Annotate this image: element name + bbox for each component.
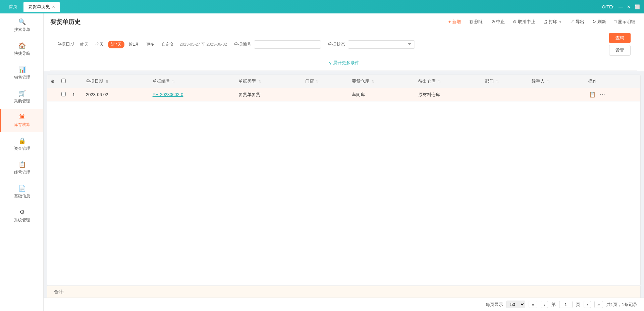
col-reqwarehouse-sort-icon: ⇅ <box>371 80 374 83</box>
setting-button[interactable]: 设置 <box>609 45 631 56</box>
col-docno[interactable]: 单据编号 ⇅ <box>149 75 235 88</box>
row-num-cell: 1 <box>69 88 83 101</box>
new-button[interactable]: + 新增 <box>446 17 463 26</box>
sidebar-item-quick-nav[interactable]: 🏠 快捷导航 <box>0 37 43 61</box>
col-doctype[interactable]: 单据类型 ⇅ <box>235 75 302 88</box>
row-more-icon[interactable]: ⋯ <box>599 91 606 98</box>
row-edit-icon[interactable]: 📋 <box>588 91 596 98</box>
date-filter-label: 单据日期 <box>57 41 74 47</box>
date-btn-7days[interactable]: 近7天 <box>108 41 124 48</box>
date-btn-1month[interactable]: 近1月 <box>126 41 142 48</box>
row-doctype: 要货单要货 <box>238 92 260 97</box>
col-handler[interactable]: 经手人 ⇅ <box>528 75 585 88</box>
date-range-text: 2023-05-27 至 2023-06-02 <box>179 42 227 47</box>
basic-info-icon: 📄 <box>18 185 26 192</box>
row-checkbox[interactable] <box>61 92 66 96</box>
per-page-select[interactable]: 50 10 20 100 <box>506 301 525 308</box>
last-page-button[interactable]: » <box>594 301 603 308</box>
funds-mgmt-icon: 🔒 <box>18 137 26 144</box>
col-date-sort-icon: ⇅ <box>106 80 108 83</box>
sidebar-item-search-menu[interactable]: 🔍 搜索菜单 <box>0 13 43 37</box>
sidebar-item-funds-mgmt[interactable]: 🔒 资金管理 <box>0 132 43 156</box>
print-button-label: 🖨 打印 <box>543 19 558 25</box>
col-checkbox <box>58 75 69 88</box>
cancel-stop-button[interactable]: ⊘ 取消中止 <box>511 17 537 26</box>
row-reqwarehouse-cell: 车间库 <box>348 88 415 101</box>
col-pendingwarehouse[interactable]: 待出仓库 ⇅ <box>415 75 482 88</box>
row-handler-cell <box>528 88 585 101</box>
row-store-cell <box>302 88 348 101</box>
row-docno-cell: YH-20230602-0 <box>149 88 235 101</box>
sidebar-item-basic-info-label: 基础信息 <box>14 193 30 199</box>
tab-requisition-history[interactable]: 要货单历史 ✕ <box>23 2 60 12</box>
toolbar: + 新增 🗑 删除 ⊘ 中止 ⊘ 取消中止 🖨 打印 ▼ <box>446 17 637 26</box>
docno-filter-label: 单据编号 <box>234 41 251 47</box>
sidebar: 🔍 搜索菜单 🏠 快捷导航 📊 销售管理 🛒 采购管理 🏛 库存核算 🔒 资金管… <box>0 13 44 311</box>
date-btn-today[interactable]: 今天 <box>93 41 107 48</box>
sidebar-item-search-menu-label: 搜索菜单 <box>14 27 30 33</box>
refresh-button[interactable]: ↻ 刷新 <box>590 17 608 26</box>
col-reqwarehouse[interactable]: 要货仓库 ⇅ <box>348 75 415 88</box>
sidebar-item-basic-info[interactable]: 📄 基础信息 <box>0 180 43 204</box>
status-select[interactable] <box>348 40 415 49</box>
sidebar-item-inventory-calc-label: 库存核算 <box>14 122 30 128</box>
col-num <box>69 75 83 88</box>
docno-filter-group: 单据编号 <box>234 40 321 49</box>
tab-home[interactable]: 首页 <box>4 2 22 12</box>
query-button[interactable]: 查询 <box>609 33 631 43</box>
expand-more-label: 展开更多条件 <box>333 60 359 66</box>
date-btn-custom[interactable]: 自定义 <box>159 41 177 48</box>
next-page-button[interactable]: › <box>584 301 591 308</box>
col-date[interactable]: 单据日期 ⇅ <box>83 75 149 88</box>
display-detail-button[interactable]: □ 显示明细 <box>612 17 637 26</box>
filter-actions: 查询 设置 <box>609 33 631 56</box>
minimize-icon[interactable]: — <box>619 4 623 9</box>
filter-area: 单据日期 昨天 今天 近7天 近1月 更多 自定义 2023-05-27 至 2… <box>50 30 637 71</box>
inventory-calc-icon: 🏛 <box>19 114 25 121</box>
stop-button[interactable]: ⊘ 中止 <box>489 17 507 26</box>
often-label: OfTEn <box>602 4 614 9</box>
date-btn-more[interactable]: 更多 <box>143 41 157 48</box>
maximize-icon[interactable]: ⬜ <box>635 4 640 9</box>
display-detail-label: □ 显示明细 <box>614 19 635 25</box>
page-title: 要货单历史 <box>50 18 80 26</box>
pagination-bar: 每页显示 50 10 20 100 « ‹ 第 页 › » 共1页，1条记录 <box>44 298 644 311</box>
page-unit-label: 页 <box>576 302 580 308</box>
row-reqwarehouse: 车间库 <box>352 92 365 97</box>
page-number-input[interactable] <box>559 301 573 308</box>
tab-close-icon[interactable]: ✕ <box>52 5 55 9</box>
top-bar: 首页 要货单历史 ✕ OfTEn — ✕ ⬜ <box>0 0 644 13</box>
print-button[interactable]: 🖨 打印 ▼ <box>541 17 564 26</box>
row-date-cell: 2023-06-02 <box>83 88 149 101</box>
docno-input[interactable] <box>254 40 321 49</box>
sidebar-item-sales-mgmt[interactable]: 📊 销售管理 <box>0 61 43 85</box>
col-doctype-sort-icon: ⇅ <box>258 80 261 83</box>
purchase-mgmt-icon: 🛒 <box>18 90 26 97</box>
sidebar-item-operations-mgmt[interactable]: 📋 经营管理 <box>0 156 43 180</box>
select-all-checkbox[interactable] <box>61 79 66 83</box>
delete-button[interactable]: 🗑 删除 <box>467 17 485 26</box>
row-docno-link[interactable]: YH-20230602-0 <box>153 92 183 97</box>
status-filter-label: 单据状态 <box>328 41 345 47</box>
close-window-icon[interactable]: ✕ <box>627 4 631 9</box>
col-dept[interactable]: 部门 ⇅ <box>482 75 528 88</box>
date-quick-btns: 昨天 今天 近7天 近1月 更多 自定义 <box>77 41 177 48</box>
col-store-sort-icon: ⇅ <box>316 80 319 83</box>
sidebar-item-purchase-mgmt[interactable]: 🛒 采购管理 <box>0 85 43 109</box>
first-page-button[interactable]: « <box>529 301 537 308</box>
sidebar-item-system-mgmt[interactable]: ⚙ 系统管理 <box>0 204 43 228</box>
prev-page-button[interactable]: ‹ <box>541 301 548 308</box>
col-reqwarehouse-label: 要货仓库 <box>352 79 369 84</box>
filter-row-1: 单据日期 昨天 今天 近7天 近1月 更多 自定义 2023-05-27 至 2… <box>57 33 631 56</box>
col-settings[interactable]: ⚙ <box>47 75 58 88</box>
sidebar-item-inventory-calc[interactable]: 🏛 库存核算 <box>0 109 43 132</box>
export-button[interactable]: ↗ 导出 <box>568 17 586 26</box>
expand-more-btn[interactable]: ∨ 展开更多条件 <box>57 58 631 67</box>
export-button-label: ↗ 导出 <box>570 19 584 25</box>
col-store-label: 门店 <box>305 79 314 84</box>
row-date: 2023-06-02 <box>86 92 108 97</box>
sidebar-item-system-mgmt-label: 系统管理 <box>14 217 30 223</box>
date-btn-yesterday[interactable]: 昨天 <box>77 41 91 48</box>
sidebar-item-operations-mgmt-label: 经营管理 <box>14 170 30 175</box>
col-store[interactable]: 门店 ⇅ <box>302 75 348 88</box>
